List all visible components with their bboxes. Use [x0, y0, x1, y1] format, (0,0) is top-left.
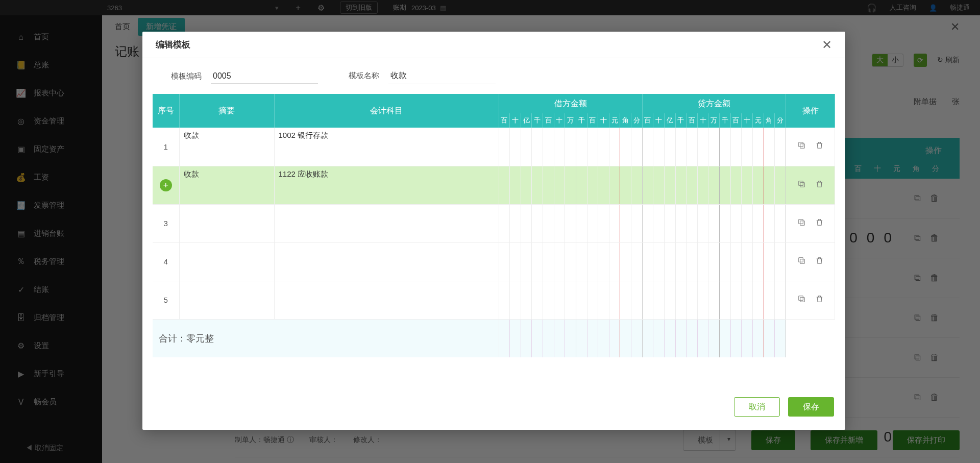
template-name-input[interactable]: 收款 — [388, 68, 496, 84]
digit-cell[interactable] — [631, 204, 643, 242]
digit-cell[interactable] — [687, 204, 698, 242]
digit-cell[interactable] — [576, 166, 587, 204]
template-code-input[interactable]: 0005 — [211, 69, 318, 84]
row-summary[interactable] — [179, 242, 274, 281]
row-summary[interactable]: 收款 — [179, 128, 274, 166]
digit-cell[interactable] — [730, 281, 742, 319]
digit-cell[interactable] — [742, 166, 753, 204]
digit-cell[interactable] — [598, 128, 609, 166]
digit-cell[interactable] — [521, 204, 532, 242]
digit-cell[interactable] — [742, 281, 753, 319]
digit-cell[interactable] — [642, 166, 653, 204]
digit-cell[interactable] — [510, 281, 521, 319]
digit-cell[interactable] — [587, 166, 598, 204]
digit-cell[interactable] — [720, 166, 731, 204]
digit-cell[interactable] — [664, 166, 675, 204]
digit-cell[interactable] — [653, 242, 665, 281]
digit-cell[interactable] — [620, 128, 631, 166]
copy-icon[interactable] — [797, 180, 806, 191]
digit-cell[interactable] — [510, 204, 521, 242]
digit-cell[interactable] — [687, 281, 698, 319]
digit-cell[interactable] — [543, 204, 554, 242]
digit-cell[interactable] — [609, 204, 620, 242]
digit-cell[interactable] — [708, 166, 720, 204]
digit-cell[interactable] — [565, 242, 576, 281]
digit-cell[interactable] — [631, 128, 643, 166]
row-account[interactable]: 1002 银行存款 — [274, 128, 499, 166]
digit-cell[interactable] — [598, 166, 609, 204]
digit-cell[interactable] — [742, 204, 753, 242]
digit-cell[interactable] — [521, 128, 532, 166]
digit-cell[interactable] — [752, 242, 764, 281]
row-account[interactable] — [274, 281, 499, 319]
digit-cell[interactable] — [675, 128, 687, 166]
digit-cell[interactable] — [642, 281, 653, 319]
digit-cell[interactable] — [708, 281, 720, 319]
digit-cell[interactable] — [642, 128, 653, 166]
table-row[interactable]: 3 — [153, 204, 835, 242]
cancel-button[interactable]: 取消 — [734, 397, 780, 417]
digit-cell[interactable] — [532, 204, 543, 242]
digit-cell[interactable] — [631, 242, 643, 281]
digit-cell[interactable] — [576, 204, 587, 242]
digit-cell[interactable] — [752, 281, 764, 319]
digit-cell[interactable] — [675, 204, 687, 242]
digit-cell[interactable] — [565, 281, 576, 319]
digit-cell[interactable] — [554, 242, 565, 281]
trash-icon[interactable] — [815, 295, 824, 306]
digit-cell[interactable] — [554, 166, 565, 204]
row-account[interactable] — [274, 204, 499, 242]
digit-cell[interactable] — [499, 166, 510, 204]
copy-icon[interactable] — [797, 295, 806, 306]
digit-cell[interactable] — [752, 166, 764, 204]
digit-cell[interactable] — [697, 281, 708, 319]
digit-cell[interactable] — [532, 166, 543, 204]
digit-cell[interactable] — [499, 128, 510, 166]
digit-cell[interactable] — [653, 128, 665, 166]
digit-cell[interactable] — [565, 204, 576, 242]
digit-cell[interactable] — [521, 166, 532, 204]
digit-cell[interactable] — [775, 166, 786, 204]
digit-cell[interactable] — [543, 281, 554, 319]
digit-cell[interactable] — [620, 166, 631, 204]
digit-cell[interactable] — [587, 128, 598, 166]
digit-cell[interactable] — [742, 128, 753, 166]
digit-cell[interactable] — [598, 281, 609, 319]
save-button[interactable]: 保存 — [788, 397, 834, 417]
digit-cell[interactable] — [764, 166, 775, 204]
digit-cell[interactable] — [697, 128, 708, 166]
digit-cell[interactable] — [752, 204, 764, 242]
digit-cell[interactable] — [554, 128, 565, 166]
digit-cell[interactable] — [576, 242, 587, 281]
modal-close-icon[interactable]: ✕ — [822, 39, 832, 51]
row-account[interactable]: 1122 应收账款 — [274, 166, 499, 204]
digit-cell[interactable] — [708, 242, 720, 281]
digit-cell[interactable] — [720, 204, 731, 242]
digit-cell[interactable] — [543, 166, 554, 204]
digit-cell[interactable] — [653, 166, 665, 204]
digit-cell[interactable] — [620, 281, 631, 319]
digit-cell[interactable] — [565, 166, 576, 204]
digit-cell[interactable] — [532, 128, 543, 166]
trash-icon[interactable] — [815, 141, 824, 152]
digit-cell[interactable] — [521, 281, 532, 319]
digit-cell[interactable] — [631, 281, 643, 319]
digit-cell[interactable] — [764, 204, 775, 242]
digit-cell[interactable] — [609, 128, 620, 166]
digit-cell[interactable] — [576, 128, 587, 166]
digit-cell[interactable] — [510, 242, 521, 281]
digit-cell[interactable] — [664, 204, 675, 242]
digit-cell[interactable] — [775, 204, 786, 242]
digit-cell[interactable] — [653, 281, 665, 319]
digit-cell[interactable] — [554, 281, 565, 319]
digit-cell[interactable] — [620, 204, 631, 242]
digit-cell[interactable] — [499, 281, 510, 319]
digit-cell[interactable] — [532, 281, 543, 319]
digit-cell[interactable] — [510, 166, 521, 204]
digit-cell[interactable] — [764, 242, 775, 281]
digit-cell[interactable] — [687, 242, 698, 281]
digit-cell[interactable] — [587, 204, 598, 242]
digit-cell[interactable] — [708, 204, 720, 242]
row-summary[interactable] — [179, 204, 274, 242]
digit-cell[interactable] — [532, 242, 543, 281]
